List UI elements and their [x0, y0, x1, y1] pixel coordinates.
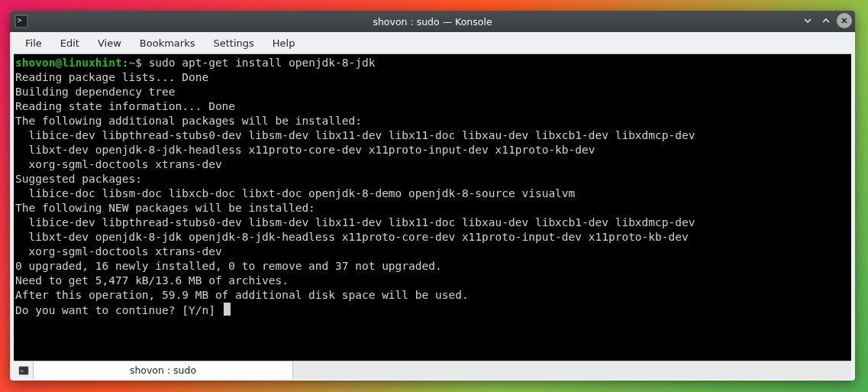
title-bar[interactable]: > shovon : sudo — Konsole [10, 11, 855, 32]
svg-text:>: > [20, 368, 23, 374]
output-line: Reading state information... Done [15, 100, 235, 112]
tab-bar: > shovon : sudo [14, 361, 851, 379]
output-line: Reading package lists... Done [15, 71, 208, 83]
output-line: The following additional packages will b… [15, 115, 362, 127]
prompt-at: @ [55, 57, 62, 69]
menu-bar: File Edit View Bookmarks Settings Help [10, 32, 855, 53]
chevron-up-icon [821, 16, 831, 25]
output-line: xorg-sgml-doctools xtrans-dev [15, 245, 222, 258]
konsole-window: > shovon : sudo — Konsole File Edit View… [10, 11, 855, 381]
tab-active[interactable]: shovon : sudo [34, 361, 293, 379]
menu-edit[interactable]: Edit [51, 34, 89, 52]
minimize-button[interactable] [800, 13, 815, 28]
close-icon [840, 16, 849, 25]
chevron-down-icon [803, 16, 812, 25]
menu-settings[interactable]: Settings [204, 34, 263, 52]
app-icon: > [15, 15, 28, 28]
maximize-button[interactable] [818, 13, 834, 28]
output-line: After this operation, 59.9 MB of additio… [15, 289, 469, 301]
prompt-user: shovon [15, 57, 55, 69]
menu-help[interactable]: Help [263, 34, 305, 52]
output-line: Building dependency tree [15, 86, 176, 98]
terminal-icon: > [18, 365, 29, 376]
terminal-container: shovon@linuxhint:~$ sudo apt-get install… [10, 53, 855, 381]
window-controls [800, 13, 852, 28]
tab-bar-empty [293, 361, 851, 379]
prompt-host: linuxhint [62, 57, 122, 69]
svg-text:>: > [17, 16, 21, 24]
output-line: The following NEW packages will be insta… [15, 202, 315, 214]
window-title: shovon : sudo — Konsole [373, 16, 492, 28]
prompt-dollar: $ [135, 57, 142, 69]
new-tab-button[interactable]: > [14, 361, 34, 379]
output-line: Suggested packages: [15, 173, 142, 185]
terminal-cursor [224, 303, 231, 316]
output-line: libice-dev libpthread-stubs0-dev libsm-d… [15, 216, 695, 228]
output-line: libice-doc libsm-doc libxcb-doc libxt-do… [15, 187, 575, 199]
menu-file[interactable]: File [16, 34, 51, 52]
output-line: libice-dev libpthread-stubs0-dev libsm-d… [15, 129, 695, 141]
tab-label: shovon : sudo [130, 364, 196, 376]
command-text: sudo apt-get install openjdk-8-jdk [149, 57, 376, 69]
output-line: Do you want to continue? [Y/n] [15, 304, 222, 316]
terminal[interactable]: shovon@linuxhint:~$ sudo apt-get install… [14, 53, 851, 361]
prompt-path: ~ [128, 57, 135, 69]
output-line: xorg-sgml-doctools xtrans-dev [15, 158, 222, 170]
output-line: libxt-dev openjdk-8-jdk-headless x11prot… [15, 144, 595, 156]
output-line: libxt-dev openjdk-8-jdk openjdk-8-jdk-he… [15, 231, 689, 243]
menu-bookmarks[interactable]: Bookmarks [131, 34, 205, 52]
close-button[interactable] [837, 13, 852, 28]
menu-view[interactable]: View [89, 34, 131, 52]
output-line: 0 upgraded, 16 newly installed, 0 to rem… [15, 260, 442, 272]
output-line: Need to get 5,477 kB/13.6 MB of archives… [15, 274, 289, 287]
